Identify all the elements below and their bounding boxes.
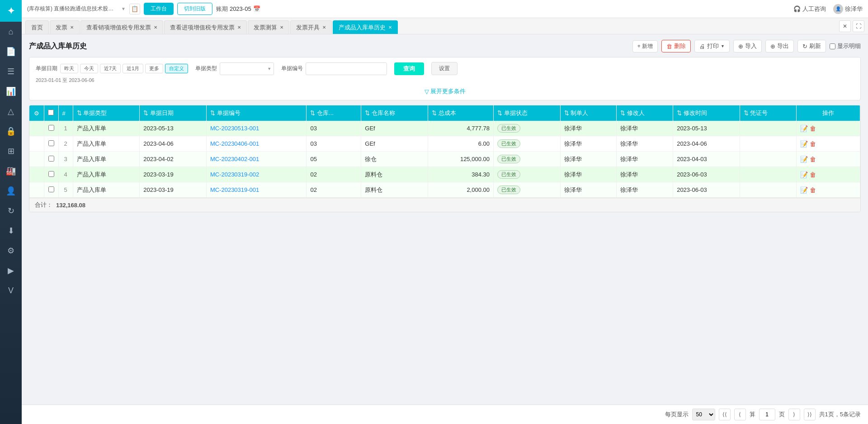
row-status-0: 已生效 <box>493 121 560 136</box>
tab-product-history[interactable]: 产成品入库单历史 ✕ <box>333 20 398 34</box>
row-cb-4[interactable] <box>48 186 54 192</box>
row-cb-0[interactable] <box>48 125 54 131</box>
tab-maximize[interactable]: ⛶ <box>853 20 864 32</box>
tab-home[interactable]: 首页 <box>25 20 49 34</box>
doc-icon[interactable]: 📋 <box>129 4 140 14</box>
th-date[interactable]: ⇅ 单据日期 <box>140 105 207 121</box>
sidebar-item-docs[interactable]: 📄 <box>0 42 22 62</box>
sidebar-item-settings[interactable]: ⚙ <box>0 241 22 261</box>
expand-button[interactable]: ▽ 展开更多条件 <box>425 87 466 95</box>
sidebar-item-home[interactable]: ⌂ <box>0 22 22 42</box>
tab-issue-close[interactable]: ✕ <box>322 25 326 30</box>
row-cb-2[interactable] <box>48 156 54 162</box>
page-input[interactable] <box>759 409 775 420</box>
th-number[interactable]: ⇅ 单据编号 <box>206 105 307 121</box>
row-number-link-2[interactable]: MC-20230402-001 <box>210 156 259 162</box>
app-logo[interactable]: ✦ <box>0 0 22 22</box>
th-creator[interactable]: ⇅ 制单人 <box>560 105 617 121</box>
sidebar-item-user[interactable]: 👤 <box>0 181 22 201</box>
row-wh-code-3: 02 <box>307 167 361 182</box>
date-btn-custom[interactable]: 自定义 <box>165 64 188 73</box>
setting-button[interactable]: 设置 <box>431 62 458 75</box>
tab-close-all[interactable]: ✕ <box>839 20 851 32</box>
tab-invoice-calc[interactable]: 发票测算 ✕ <box>248 20 289 34</box>
row-number-link-1[interactable]: MC-20230406-001 <box>210 140 259 147</box>
tab-invoice-issue[interactable]: 发票开具 ✕ <box>290 20 332 34</box>
row-delete-icon-1[interactable]: 🗑 <box>810 140 816 148</box>
tab-purchase-close[interactable]: ✕ <box>237 25 241 30</box>
sidebar-item-version[interactable]: V <box>0 281 22 300</box>
row-delete-icon-4[interactable]: 🗑 <box>810 186 816 194</box>
tab-purchase-invoice[interactable]: 查看进项增值税专用发票 ✕ <box>164 20 247 34</box>
tab-invoice[interactable]: 发票 ✕ <box>50 20 80 34</box>
next-page-btn[interactable]: ⟩ <box>788 409 800 420</box>
import-button[interactable]: ⊕ 导入 <box>733 40 762 52</box>
query-button[interactable]: 查询 <box>394 62 424 75</box>
sidebar-item-chart[interactable]: 📊 <box>0 81 22 101</box>
tab-sales-invoice[interactable]: 查看销项增值税专用发票 ✕ <box>80 20 163 34</box>
th-modify-time[interactable]: ⇅ 修改时间 <box>673 105 740 121</box>
page-header: 产成品入库单历史 + 新增 🗑 删 删除 删除 🖨 打印 ▼ ⊕ 导入 <box>29 40 861 52</box>
date-btn-1month[interactable]: 近1月 <box>123 64 143 73</box>
export-button[interactable]: ⊕ 导出 <box>765 40 794 52</box>
row-cb-1[interactable] <box>48 140 54 146</box>
date-btn-more[interactable]: 更多 <box>145 64 163 73</box>
sidebar-item-download[interactable]: ⬇ <box>0 221 22 241</box>
workbench-button[interactable]: 工作台 <box>144 3 174 15</box>
switch-version-button[interactable]: 切到旧版 <box>177 3 212 15</box>
th-voucher[interactable]: ⇅ 凭证号 <box>740 105 796 121</box>
first-page-btn[interactable]: ⟨⟨ <box>719 409 731 420</box>
sidebar-item-list[interactable]: ☰ <box>0 62 22 81</box>
date-btn-7days[interactable]: 近7天 <box>100 64 121 73</box>
th-total-cost[interactable]: ⇅ 总成本 <box>428 105 494 121</box>
row-status-4: 已生效 <box>493 182 560 198</box>
last-page-btn[interactable]: ⟩⟩ <box>804 409 816 420</box>
row-number-link-0[interactable]: MC-20230513-001 <box>210 125 259 132</box>
show-detail-checkbox[interactable]: 显示明细 <box>830 42 861 50</box>
select-all-checkbox[interactable] <box>48 110 54 115</box>
th-type[interactable]: ⇅ 单据类型 <box>73 105 140 121</box>
tab-calc-close[interactable]: ✕ <box>280 25 283 30</box>
row-cb-3[interactable] <box>48 171 54 177</box>
type-select[interactable]: 产品入库单 <box>220 62 274 75</box>
row-number-link-4[interactable]: MC-20230319-001 <box>210 186 259 193</box>
sidebar-item-graph[interactable]: △ <box>0 101 22 121</box>
th-status[interactable]: ⇅ 单据状态 <box>493 105 560 121</box>
row-edit-icon-1[interactable]: 📝 <box>800 140 808 148</box>
sidebar-item-refresh[interactable]: ↻ <box>0 201 22 221</box>
date-btn-yesterday[interactable]: 昨天 <box>60 64 78 73</box>
th-modifier[interactable]: ⇅ 修改人 <box>617 105 673 121</box>
tab-invoice-close[interactable]: ✕ <box>70 25 74 30</box>
number-input[interactable] <box>306 62 387 75</box>
row-edit-icon-0[interactable]: 📝 <box>800 125 808 132</box>
dropdown-icon[interactable]: ▼ <box>121 6 126 11</box>
sidebar-item-grid[interactable]: ⊞ <box>0 141 22 161</box>
refresh-button[interactable]: ↻ 刷新 <box>797 40 826 52</box>
sidebar-item-warehouse[interactable]: 🏭 <box>0 161 22 181</box>
th-warehouse-code[interactable]: ⇅ 仓库... <box>307 105 361 121</box>
user-info[interactable]: 👤 徐泽华 <box>833 4 863 14</box>
support-link[interactable]: 🎧 人工咨询 <box>793 5 826 13</box>
sidebar-item-play[interactable]: ▶ <box>0 261 22 281</box>
prev-page-btn[interactable]: ⟨ <box>734 409 746 420</box>
sidebar-item-lock[interactable]: 🔒 <box>0 121 22 141</box>
per-page-select[interactable]: 10 20 50 100 <box>692 409 715 420</box>
row-edit-icon-4[interactable]: 📝 <box>800 186 808 194</box>
delete-button[interactable]: 🗑 删 删除 删除 <box>661 40 691 52</box>
date-btn-today[interactable]: 今天 <box>80 64 98 73</box>
tab-history-close[interactable]: ✕ <box>388 25 392 30</box>
row-modifier-1: 徐泽华 <box>617 136 673 152</box>
row-delete-icon-0[interactable]: 🗑 <box>810 125 816 132</box>
row-edit-icon-3[interactable]: 📝 <box>800 171 808 178</box>
row-delete-icon-3[interactable]: 🗑 <box>810 171 816 178</box>
row-delete-icon-2[interactable]: 🗑 <box>810 156 816 163</box>
new-button[interactable]: + 新增 <box>632 40 658 52</box>
th-warehouse-name[interactable]: ⇅ 仓库名称 <box>361 105 428 121</box>
tab-sales-close[interactable]: ✕ <box>154 25 157 30</box>
calendar-icon[interactable]: 📅 <box>253 5 260 12</box>
row-number-link-3[interactable]: MC-20230319-002 <box>210 171 259 178</box>
th-settings[interactable]: ⚙ <box>29 105 44 121</box>
row-edit-icon-2[interactable]: 📝 <box>800 156 808 163</box>
row-mtime-3: 2023-06-03 <box>673 167 740 182</box>
print-button[interactable]: 🖨 打印 ▼ <box>694 40 730 52</box>
